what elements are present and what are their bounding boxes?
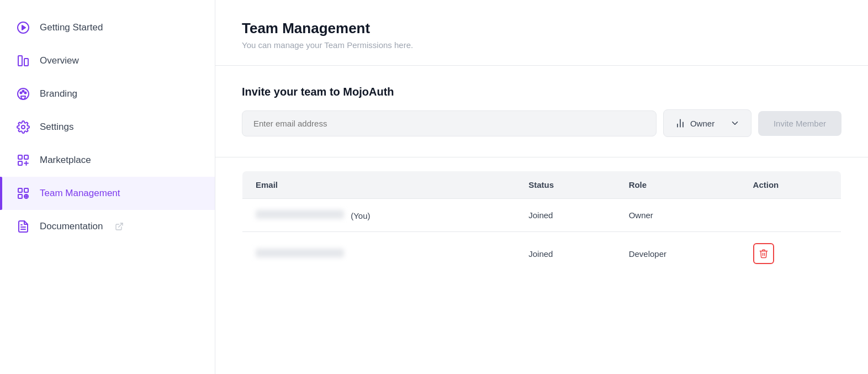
palette-icon	[15, 86, 31, 102]
svg-rect-14	[18, 188, 22, 192]
col-role: Role	[616, 171, 740, 199]
role-selected-label: Owner	[690, 119, 714, 128]
invite-row: Owner Invite Member	[242, 109, 841, 137]
document-icon	[15, 219, 31, 234]
svg-rect-15	[24, 188, 28, 192]
grid-users-icon	[15, 186, 31, 201]
col-action: Action	[740, 171, 841, 199]
status-value: Joined	[528, 210, 553, 220]
blurred-email	[256, 210, 344, 219]
sidebar-item-getting-started[interactable]: Getting Started	[0, 11, 215, 44]
sidebar: Getting Started Overview Branding	[0, 0, 215, 374]
external-link-icon	[115, 222, 124, 231]
status-value: Joined	[528, 249, 553, 259]
svg-marker-1	[22, 25, 25, 30]
sidebar-item-team-management[interactable]: Team Management	[0, 177, 215, 210]
svg-line-22	[119, 223, 123, 227]
invite-section: Invite your team to MojoAuth Owner	[215, 66, 868, 157]
svg-rect-3	[24, 59, 28, 66]
svg-rect-16	[18, 194, 22, 198]
svg-point-5	[20, 92, 22, 94]
sidebar-item-label: Documentation	[40, 221, 103, 232]
svg-point-7	[25, 92, 27, 94]
main-content: Team Management You can manage your Team…	[215, 0, 868, 374]
sidebar-item-label: Marketplace	[40, 155, 91, 166]
email-cell: (You)	[242, 199, 516, 232]
sidebar-item-label: Getting Started	[40, 22, 103, 33]
svg-point-8	[22, 125, 25, 129]
sidebar-item-label: Branding	[40, 88, 77, 99]
sidebar-item-branding[interactable]: Branding	[0, 77, 215, 110]
trash-icon	[759, 249, 769, 259]
sidebar-item-overview[interactable]: Overview	[0, 44, 215, 77]
sidebar-item-label: Team Management	[40, 188, 120, 199]
delete-member-button[interactable]	[753, 243, 774, 264]
play-circle-icon	[15, 20, 31, 35]
svg-point-6	[23, 91, 24, 92]
action-cell	[740, 199, 841, 232]
page-title: Team Management	[242, 20, 841, 37]
invite-member-button[interactable]: Invite Member	[758, 111, 841, 136]
sidebar-item-marketplace[interactable]: Marketplace	[0, 144, 215, 177]
team-table-section: Email Status Role Action (You) Joined	[215, 171, 868, 302]
page-header: Team Management You can manage your Team…	[215, 0, 868, 66]
email-input[interactable]	[253, 119, 645, 128]
sidebar-item-settings[interactable]: Settings	[0, 110, 215, 144]
chevron-down-icon	[730, 118, 740, 128]
email-input-wrapper[interactable]	[242, 110, 657, 136]
role-icon	[675, 118, 686, 129]
svg-rect-2	[18, 56, 22, 66]
col-status: Status	[515, 171, 615, 199]
gear-icon	[15, 119, 31, 135]
svg-rect-9	[18, 155, 22, 159]
role-cell: Developer	[616, 232, 740, 276]
svg-rect-11	[18, 161, 22, 165]
team-table: Email Status Role Action (You) Joined	[242, 171, 841, 276]
blurred-email	[256, 249, 344, 257]
role-value: Developer	[629, 249, 666, 259]
page-subtitle: You can manage your Team Permissions her…	[242, 40, 841, 50]
status-cell: Joined	[515, 232, 615, 276]
table-row: Joined Developer	[242, 232, 841, 276]
bar-chart-icon	[15, 53, 31, 69]
sidebar-item-documentation[interactable]: Documentation	[0, 210, 215, 243]
grid-plus-icon	[15, 152, 31, 168]
col-email: Email	[242, 171, 516, 199]
role-value: Owner	[629, 210, 653, 220]
you-label: (You)	[351, 211, 370, 220]
status-cell: Joined	[515, 199, 615, 232]
svg-rect-10	[24, 155, 28, 159]
email-cell	[242, 232, 516, 276]
table-row: (You) Joined Owner	[242, 199, 841, 232]
sidebar-item-label: Settings	[40, 122, 73, 133]
role-cell: Owner	[616, 199, 740, 232]
role-dropdown[interactable]: Owner	[663, 109, 751, 137]
sidebar-item-label: Overview	[40, 55, 79, 66]
action-cell	[740, 232, 841, 276]
invite-section-title: Invite your team to MojoAuth	[242, 86, 841, 98]
table-header-row: Email Status Role Action	[242, 171, 841, 199]
